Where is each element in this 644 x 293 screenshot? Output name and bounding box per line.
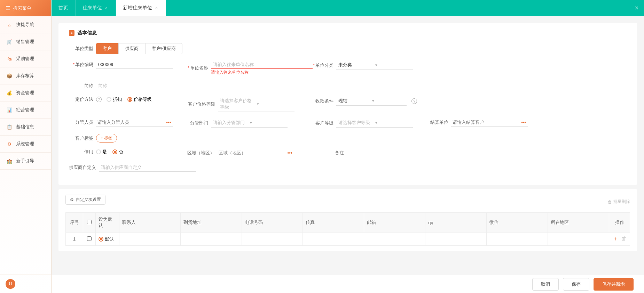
unit-category-select[interactable]: 未分类 ▾	[336, 60, 413, 70]
payment-condition-field: 收款条件 现结 ▾ ?	[313, 96, 417, 106]
address-input[interactable]	[183, 236, 239, 242]
batch-delete-label: 批量删除	[613, 199, 630, 205]
section-title-text: 基本信息	[77, 30, 97, 36]
region-input[interactable]	[217, 149, 286, 157]
select-all-checkbox[interactable]	[87, 220, 92, 224]
manager-input[interactable]	[96, 118, 165, 126]
delete-row-button[interactable]: 🗑	[621, 235, 627, 243]
contact-input[interactable]	[122, 236, 178, 242]
th-address: 到货地址	[180, 213, 242, 233]
unit-code-field: *单位编码	[69, 60, 187, 69]
bottom-bar: 取消 保存 保存并新增	[52, 275, 644, 293]
sidebar: ☰ 搜索菜单 ⌂ 快捷导航 🛒 销售管理 🛍 采购管理 📦 库存核算 💰 资金管…	[0, 0, 52, 293]
tab-new-partner-close[interactable]: ×	[154, 6, 159, 10]
unit-btn-both[interactable]: 客户/供应商	[145, 43, 182, 54]
sidebar-item-quick-nav[interactable]: ⌂ 快捷导航	[0, 16, 51, 33]
sidebar-search[interactable]: ☰ 搜索菜单	[0, 0, 51, 16]
sidebar-item-inventory[interactable]: 📦 库存核算	[0, 67, 51, 84]
th-seq: 序号	[66, 213, 83, 233]
tab-home[interactable]: 首页	[52, 0, 76, 16]
cancel-button[interactable]: 取消	[532, 278, 559, 291]
th-action: 操作	[609, 213, 630, 233]
abbr-input[interactable]	[96, 82, 173, 90]
wechat-input[interactable]	[489, 236, 545, 242]
radio-price-level[interactable]: 价格等级	[127, 96, 152, 103]
customer-level-placeholder: 请选择客户等级	[338, 120, 374, 126]
sidebar-item-system[interactable]: ⚙ 系统管理	[0, 136, 51, 153]
fax-input[interactable]	[306, 236, 361, 242]
settlement-input-wrapper: •••	[451, 118, 528, 127]
row-checkbox[interactable]	[87, 236, 92, 241]
supplier-custom-row: 供应商自定义	[69, 163, 627, 172]
unit-category-label: *单位分类	[313, 62, 333, 68]
note-field: 备注	[313, 149, 627, 157]
save-button[interactable]: 保存	[563, 278, 589, 291]
save-new-button[interactable]: 保存并新增	[594, 278, 634, 291]
cell-wechat	[487, 233, 548, 246]
th-email: 邮箱	[364, 213, 425, 233]
unit-btn-supplier[interactable]: 供应商	[118, 43, 145, 54]
note-input[interactable]	[347, 149, 627, 157]
cart-icon: 🛒	[6, 38, 13, 46]
region-more-icon[interactable]: •••	[286, 150, 294, 156]
radio-discount[interactable]: 折扣	[107, 96, 122, 103]
customer-level-select[interactable]: 请选择客户等级 ▾	[336, 118, 413, 128]
customer-price-level-select[interactable]: 请选择客户价格等级 ▾	[218, 96, 294, 112]
settlement-input[interactable]	[451, 118, 520, 126]
pricing-field: 定价方法 ? 折扣 价格等级	[69, 96, 187, 103]
chart-icon: 📊	[6, 106, 13, 114]
disabled-field: 停用 是 否	[69, 149, 187, 155]
unit-btn-customer[interactable]: 客户	[96, 43, 118, 54]
abbr-row: 简称	[69, 82, 627, 90]
sidebar-label-sales: 销售管理	[16, 39, 34, 45]
payment-condition-select[interactable]: 现结 ▾	[336, 96, 407, 106]
manager-more-icon[interactable]: •••	[165, 120, 173, 125]
radio-circle-no	[112, 149, 117, 154]
window-close-button[interactable]: ×	[629, 5, 644, 12]
payment-help-icon[interactable]: ?	[411, 98, 417, 104]
custom-settings-button[interactable]: ⚙ 自定义项设置	[65, 195, 105, 205]
row-region-input[interactable]	[551, 236, 606, 242]
radio-disabled-yes[interactable]: 是	[96, 149, 107, 155]
tab-partners-close[interactable]: ×	[104, 6, 109, 10]
unit-code-input[interactable]	[96, 60, 173, 69]
default-radio[interactable]: 默认	[99, 236, 116, 242]
radio-circle-price-level	[127, 97, 132, 102]
phone-input[interactable]	[245, 236, 300, 242]
add-row-button[interactable]: ＋	[613, 235, 618, 243]
contact-table-section: ⚙ 自定义项设置 🗑 批量删除 序号 设为默认 联系人	[58, 189, 637, 251]
tab-partners[interactable]: 往来单位 ×	[76, 0, 116, 16]
settlement-more-icon[interactable]: •••	[520, 120, 528, 125]
unit-name-input[interactable]	[211, 60, 313, 69]
pricing-label: 定价方法	[69, 96, 93, 103]
chevron-dept-icon: ▾	[250, 121, 285, 125]
th-wechat: 微信	[487, 213, 548, 233]
sidebar-item-sales[interactable]: 🛒 销售管理	[0, 33, 51, 50]
sidebar-item-purchase[interactable]: 🛍 采购管理	[0, 50, 51, 67]
sidebar-item-basic[interactable]: 📋 基础信息	[0, 119, 51, 136]
email-input[interactable]	[367, 236, 422, 242]
radio-disabled-no[interactable]: 否	[112, 149, 123, 155]
sidebar-label-inventory: 库存核算	[16, 73, 34, 79]
supplier-custom-input[interactable]	[99, 163, 196, 172]
table-row: 1 默认	[66, 233, 630, 246]
sidebar-item-finance[interactable]: 💰 资金管理	[0, 84, 51, 101]
supplier-custom-field: 供应商自定义	[69, 163, 627, 172]
th-phone: 电话号码	[242, 213, 303, 233]
unit-name-field: *单位名称 请输入往来单位名称	[187, 60, 313, 75]
pricing-help-icon[interactable]: ?	[96, 97, 102, 102]
main-area: 首页 往来单位 × 新增往来单位 × × ✦ 基本信息 单位类型 客户	[52, 0, 644, 293]
disabled-row: 停用 是 否 区域（地区）	[69, 149, 627, 157]
dept-select[interactable]: 请输入分管部门 ▾	[211, 118, 288, 128]
disabled-radio-group: 是 否	[96, 149, 123, 155]
qq-input[interactable]	[428, 236, 484, 242]
tab-new-partner[interactable]: 新增往来单位 ×	[116, 0, 166, 16]
tabbar: 首页 往来单位 × 新增往来单位 × ×	[52, 0, 644, 16]
batch-delete-button[interactable]: 🗑 批量删除	[608, 199, 630, 205]
sidebar-search-label: 搜索菜单	[13, 5, 31, 11]
customer-price-level-label: 客户价格等级	[187, 101, 215, 107]
sidebar-item-operations[interactable]: 📊 经营管理	[0, 101, 51, 119]
sidebar-item-guide[interactable]: 🏫 新手引导	[0, 153, 51, 170]
add-tag-button[interactable]: + 标签	[96, 134, 117, 143]
contacts-table: 序号 设为默认 联系人 到货地址 电话号码 传真 邮箱 qq 微信 所在地区	[65, 212, 630, 246]
